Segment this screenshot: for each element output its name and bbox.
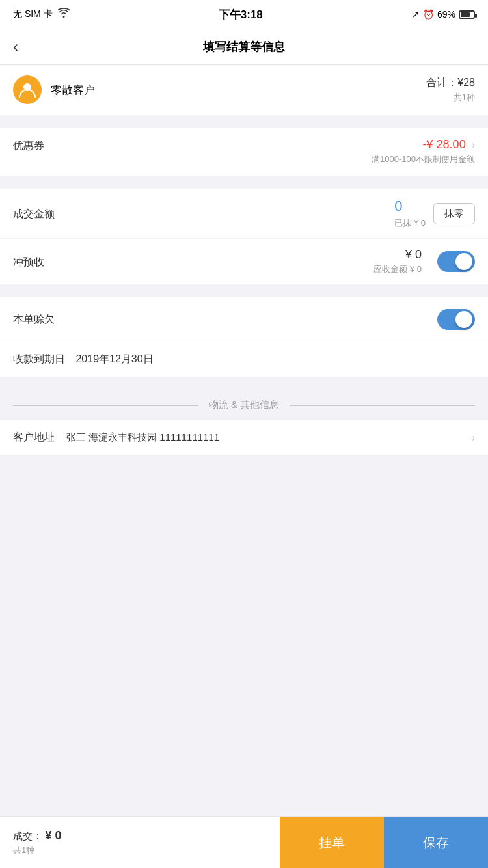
precollect-row: 冲预收 ¥ 0 应收金额 ¥ 0: [0, 239, 488, 284]
save-button[interactable]: 保存: [384, 817, 488, 868]
address-row[interactable]: 客户地址 张三 海淀永丰科技园 11111111111 ›: [0, 420, 488, 455]
back-button[interactable]: ‹: [13, 38, 18, 56]
debt-row: 本单赊欠: [0, 297, 488, 342]
coupon-row[interactable]: 优惠券 -¥ 28.00 › 满1000-100不限制使用金额: [0, 128, 488, 176]
address-value: 张三 海淀永丰科技园 11111111111: [66, 431, 472, 444]
status-right: ↗ ⏰ 69%: [412, 9, 475, 20]
content: 零散客户 合计：¥28 共1种 优惠券 -¥ 28.00 › 满1000-100…: [0, 65, 488, 526]
spacer: [0, 461, 488, 474]
precollect-label: 冲预收: [13, 254, 59, 269]
coupon-value: -¥ 28.00 › 满1000-100不限制使用金额: [372, 138, 475, 165]
coupon-desc: 满1000-100不限制使用金额: [372, 154, 475, 165]
debt-toggle[interactable]: [437, 309, 475, 330]
customer-right: 合计：¥28 共1种: [426, 76, 475, 103]
precollect-toggle[interactable]: [437, 251, 475, 272]
status-time: 下午3:18: [219, 7, 263, 22]
transaction-amount: 0: [394, 198, 426, 215]
bottom-deal-amount: ¥ 0: [45, 829, 61, 842]
debt-label: 本单赊欠: [13, 313, 55, 327]
nav-bar: ‹ 填写结算等信息: [0, 29, 488, 65]
customer-row: 零散客户 合计：¥28 共1种: [0, 65, 488, 115]
customer-name: 零散客户: [51, 83, 95, 98]
coupon-arrow-icon: ›: [472, 139, 475, 151]
divider-1: [0, 121, 488, 128]
address-section[interactable]: 客户地址 张三 海淀永丰科技园 11111111111 ›: [0, 420, 488, 455]
transaction-value-wrap: 0 已抹 ¥ 0 抹零: [394, 198, 475, 229]
debt-section: 本单赊欠 收款到期日 2019年12月30日: [0, 297, 488, 377]
battery-percent: 69%: [437, 9, 455, 20]
avatar: [13, 75, 42, 104]
page-title: 填写结算等信息: [203, 39, 285, 55]
divider-3: [0, 291, 488, 297]
duedate-value: 2019年12月30日: [75, 353, 153, 364]
coupon-label: 优惠券: [13, 138, 59, 153]
transaction-row: 成交金额 0 已抹 ¥ 0 抹零: [0, 189, 488, 239]
precollect-right: ¥ 0 应收金额 ¥ 0: [373, 248, 475, 275]
battery-icon: [459, 10, 475, 19]
bottom-summary: 成交： ¥ 0 共1种: [0, 829, 280, 856]
bottom-deal-row: 成交： ¥ 0: [13, 829, 267, 843]
duedate-label: 收款到期日: [13, 353, 65, 364]
address-arrow-icon: ›: [472, 432, 475, 444]
precollect-sub: 应收金额 ¥ 0: [373, 264, 422, 275]
debt-toggle-knob: [455, 311, 472, 328]
sim-label: 无 SIM 卡: [13, 8, 53, 20]
alarm-icon: ⏰: [423, 9, 434, 20]
precollect-amount: ¥ 0: [373, 248, 422, 262]
transaction-label: 成交金额: [13, 206, 59, 221]
location-icon: ↗: [412, 9, 420, 20]
bottom-count: 共1种: [13, 845, 267, 856]
hold-button[interactable]: 挂单: [280, 817, 384, 868]
customer-section: 零散客户 合计：¥28 共1种: [0, 65, 488, 115]
bottom-buttons: 挂单 保存: [280, 817, 488, 868]
customer-left: 零散客户: [13, 75, 95, 104]
bottom-bar: 成交： ¥ 0 共1种 挂单 保存: [0, 816, 488, 868]
round-button[interactable]: 抹零: [433, 203, 475, 224]
toggle-knob: [455, 253, 472, 270]
transaction-section: 成交金额 0 已抹 ¥ 0 抹零 冲预收 ¥ 0 应收金额 ¥ 0: [0, 189, 488, 284]
total-amount: 合计：¥28: [426, 76, 475, 90]
coupon-amount: -¥ 28.00 ›: [372, 138, 475, 152]
wifi-icon: [58, 8, 70, 20]
duedate-row: 收款到期日 2019年12月30日: [0, 342, 488, 377]
transaction-rounded: 已抹 ¥ 0: [394, 217, 426, 229]
status-bar: 无 SIM 卡 下午3:18 ↗ ⏰ 69%: [0, 0, 488, 29]
total-count: 共1种: [426, 92, 475, 103]
logistics-header: 物流 & 其他信息: [0, 390, 488, 420]
precollect-values: ¥ 0 应收金额 ¥ 0: [373, 248, 422, 275]
coupon-section[interactable]: 优惠券 -¥ 28.00 › 满1000-100不限制使用金额: [0, 128, 488, 176]
status-left: 无 SIM 卡: [13, 8, 70, 20]
logistics-title: 物流 & 其他信息: [198, 399, 290, 411]
bottom-deal-label: 成交：: [13, 830, 42, 841]
divider-4: [0, 383, 488, 390]
divider-2: [0, 182, 488, 189]
address-label: 客户地址: [13, 431, 59, 444]
